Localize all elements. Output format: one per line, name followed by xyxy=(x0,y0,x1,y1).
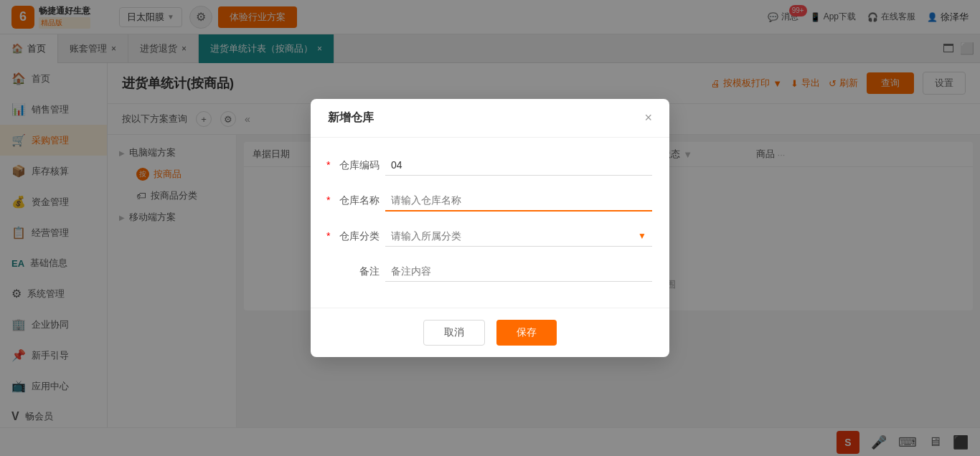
warehouse-code-input[interactable] xyxy=(385,155,652,176)
warehouse-name-label: 仓库名称 xyxy=(328,194,385,207)
warehouse-category-row: 仓库分类 ▼ xyxy=(328,226,652,247)
modal-body: 仓库编码 仓库名称 仓库分类 ▼ 备注 xyxy=(311,138,669,308)
add-warehouse-modal: 新增仓库 × 仓库编码 仓库名称 仓库分类 ▼ xyxy=(311,99,669,357)
warehouse-category-select[interactable]: ▼ xyxy=(385,226,652,247)
warehouse-category-input[interactable] xyxy=(391,230,638,242)
modal-close-icon[interactable]: × xyxy=(644,110,652,125)
warehouse-name-row: 仓库名称 xyxy=(328,190,652,212)
category-dropdown-icon: ▼ xyxy=(638,231,646,241)
warehouse-name-input[interactable] xyxy=(385,190,652,212)
save-button[interactable]: 保存 xyxy=(496,320,557,346)
warehouse-remark-label: 备注 xyxy=(328,265,385,278)
modal-title: 新增仓库 xyxy=(328,110,374,125)
warehouse-remark-row: 备注 xyxy=(328,261,652,282)
warehouse-code-row: 仓库编码 xyxy=(328,155,652,176)
warehouse-code-label: 仓库编码 xyxy=(328,159,385,172)
modal-overlay: 新增仓库 × 仓库编码 仓库名称 仓库分类 ▼ xyxy=(0,0,980,456)
modal-header: 新增仓库 × xyxy=(311,99,669,138)
warehouse-category-label: 仓库分类 xyxy=(328,230,385,243)
warehouse-remark-input[interactable] xyxy=(385,261,652,282)
modal-footer: 取消 保存 xyxy=(311,308,669,357)
cancel-button[interactable]: 取消 xyxy=(423,320,485,346)
